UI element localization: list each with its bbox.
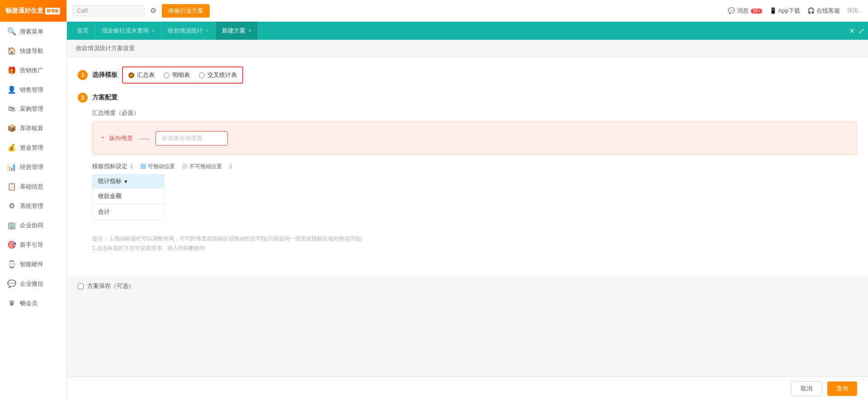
radio-summary[interactable]: 汇总表 [128,71,155,79]
metrics-dropdown-icon[interactable]: ▾ [124,178,127,185]
sidebar-item-label: 快捷导航 [20,47,43,55]
download-link[interactable]: 📱 App下载 [769,7,800,15]
clipboard-icon: 📋 [7,182,16,191]
step2-body: 汇总维度（必选） * 纵向维度 —— 请选择分组维度 [78,109,857,259]
tab-receipts-stat[interactable]: 收款情况统计 × [161,22,216,40]
sidebar-item-label: 销售管理 [20,86,43,94]
sidebar-item-search-menu[interactable]: 🔍 搜索菜单 [0,22,66,41]
metrics-label-suffix: ） [229,162,235,170]
crown-icon: ♛ [7,299,16,307]
sidebar-item-label: 搜索菜单 [20,28,43,36]
sidebar-item-purchase[interactable]: 🛍 采购管理 [0,99,66,118]
save-checkbox[interactable] [78,283,84,289]
draggable-label: 可拖动位置 [148,163,175,170]
sidebar-item-smart-hw[interactable]: ⌚ 智能硬件 [0,254,66,274]
sidebar-item-funds[interactable]: 💰 资金管理 [0,138,66,157]
service-link[interactable]: 🎧 在线客服 [807,7,840,15]
dimension-dropdown[interactable]: 请选择分组维度 [156,131,228,146]
step2-header: 2 方案配置 [78,93,857,103]
required-star: * [102,135,104,142]
sidebar: 畅捷通好生意 标准版 🔍 搜索菜单 🏠 快捷导航 🎁 营销推广 👤 销售管理 🛍… [0,0,67,400]
sidebar-item-label: 畅会员 [20,299,38,307]
sidebar-item-sys-mgmt[interactable]: ⚙ 系统管理 [0,196,66,216]
tab-new-plan[interactable]: 新建方案 × [216,22,258,40]
app-name: 畅捷通好生意 [5,7,43,15]
step2-title: 方案配置 [92,94,118,102]
sidebar-item-inventory[interactable]: 📦 库存核算 [0,118,66,138]
non-draggable-label: 不可拖动位置 [189,163,222,170]
radio-summary-label: 汇总表 [137,71,155,79]
dimension-area: * 纵向维度 —— 请选择分组维度 [92,122,857,155]
user-info[interactable]: 张国... [847,7,863,14]
query-button[interactable]: 查询 [827,381,857,396]
radio-detail[interactable]: 明细表 [164,71,190,79]
sidebar-item-operation[interactable]: 📊 经营管理 [0,157,66,177]
sidebar-item-label: 经营管理 [20,163,43,171]
sidebar-item-label: 采购管理 [20,105,43,113]
hints: 提示： 1.拖动标题栏可以调整布局，不可跨维度或指标区域拖动栏目字段(只能在同一… [92,231,857,259]
topbar-right: 💬 消息 99+ 📱 App下载 🎧 在线客服 张国... [728,7,863,15]
sidebar-item-label: 企业微信 [20,280,43,288]
message-link[interactable]: 💬 消息 99+ [728,7,762,15]
tab-bank-flow[interactable]: 现金银行流水查询 × [95,22,161,40]
app-version: 标准版 [45,8,60,14]
gear-icon[interactable]: ⚙ [150,6,156,15]
sidebar-item-quick-nav[interactable]: 🏠 快捷导航 [0,41,66,61]
radio-cross-input[interactable] [199,72,205,78]
chat-icon: 💬 [7,279,16,288]
cancel-button[interactable]: 取消 [791,381,822,396]
tab-bank-flow-close[interactable]: × [151,28,155,34]
gift-icon: 🎁 [7,66,16,75]
tab-new-plan-close[interactable]: × [248,28,251,34]
service-label: 在线客服 [816,7,840,14]
tab-new-plan-label: 新建方案 [222,27,245,35]
radio-cross-label: 交叉统计表 [208,71,237,79]
sidebar-item-enterprise[interactable]: 🏢 企业协同 [0,216,66,235]
chart-icon: 📊 [7,163,16,171]
message-label: 消息 [737,7,749,14]
sidebar-item-label: 资金管理 [20,144,43,152]
expand-icon[interactable]: ⤢ [859,27,864,35]
template-options: 汇总表 明细表 交叉统计表 [122,66,243,84]
sidebar-item-wechat[interactable]: 💬 企业微信 [0,274,66,293]
radio-detail-label: 明细表 [172,71,190,79]
metrics-header-label: 统计指标 [98,177,122,185]
step1-header: 1 选择模板 汇总表 明细表 交叉统计表 [78,66,857,84]
metrics-table-header[interactable]: 统计指标 ▾ [93,174,164,188]
step1-title: 选择模板 [92,71,118,79]
sidebar-item-member[interactable]: ♛ 畅会员 [0,293,66,313]
radio-summary-input[interactable] [128,72,134,78]
tab-receipts-stat-label: 收款情况统计 [168,27,203,35]
breadcrumb: 收款情况统计方案设置 [67,40,868,57]
sidebar-item-guide[interactable]: 🎯 新手引导 [0,235,66,254]
app-logo: 畅捷通好生意 标准版 [0,0,66,22]
radio-detail-input[interactable] [164,72,170,78]
sidebar-item-marketing[interactable]: 🎁 营销推广 [0,61,66,80]
search-input[interactable] [72,5,145,16]
metrics-header: 模板指标设定（ 可拖动位置 不可拖动位置 ） [92,162,857,170]
radio-cross[interactable]: 交叉统计表 [199,71,237,79]
metrics-config: 模板指标设定（ 可拖动位置 不可拖动位置 ） [92,162,857,221]
home-icon: 🏠 [7,47,16,55]
tab-receipts-stat-close[interactable]: × [206,28,209,34]
close-window-icon[interactable]: ✕ [849,27,855,35]
hint1: 提示： 1.拖动标题栏可以调整布局，不可跨维度或指标区域拖动栏目字段(只能在同一… [92,235,857,243]
gear-icon: ⚙ [7,202,16,210]
user-icon: 👤 [7,85,16,94]
sidebar-item-sales[interactable]: 👤 销售管理 [0,80,66,99]
sidebar-item-label: 新手引导 [20,241,43,249]
message-badge: 99+ [751,9,762,14]
sidebar-item-label: 系统管理 [20,202,43,210]
step1-number: 1 [78,70,88,80]
tab-actions: ✕ ⤢ [849,27,864,35]
tabbar: 首页 现金银行流水查询 × 收款情况统计 × 新建方案 × ✕ ⤢ [67,22,868,40]
metrics-label: 模板指标设定（ [92,162,133,170]
topbar: ⚙ 体验行业方案 💬 消息 99+ 📱 App下载 🎧 在线客服 张国... [67,0,868,22]
sidebar-item-basic-info[interactable]: 📋 基础信息 [0,177,66,196]
money-icon: 💰 [7,143,16,152]
sidebar-item-label: 营销推广 [20,66,43,75]
tab-home[interactable]: 首页 [71,22,95,40]
save-option: 方案保存（可选） [67,277,868,296]
trial-button[interactable]: 体验行业方案 [162,4,210,18]
non-draggable-badge: 不可拖动位置 [182,163,222,170]
